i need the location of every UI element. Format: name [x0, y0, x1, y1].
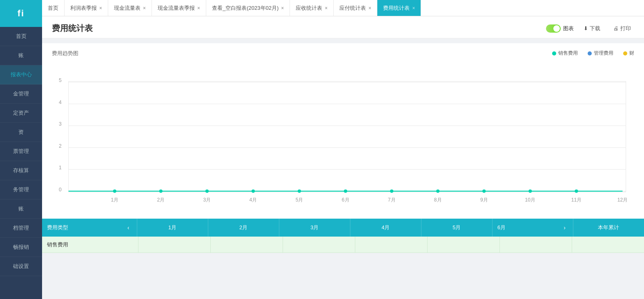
row-type: 销售费用	[42, 237, 138, 252]
svg-point-21	[482, 190, 486, 193]
svg-point-23	[575, 190, 578, 193]
row-m3	[283, 237, 355, 252]
table-header: 费用类型 ‹ 1月 2月 3月 4月 5月 6月 › 本年累计	[42, 219, 644, 237]
svg-text:10月: 10月	[525, 197, 536, 203]
chart-svg: 0 1 2 3 4 5	[52, 61, 634, 212]
svg-text:5月: 5月	[296, 197, 303, 203]
tab-blank-report[interactable]: 查看_空白报表(2023年02月) ×	[206, 0, 290, 16]
svg-text:6月: 6月	[342, 197, 350, 203]
tab-close-expense-stat[interactable]: ×	[412, 5, 415, 11]
prev-arrow[interactable]: ‹	[125, 224, 132, 232]
tab-payable[interactable]: 应付统计表 ×	[334, 0, 377, 16]
tab-cashflow[interactable]: 现金流量表 ×	[108, 0, 152, 16]
legend-dot-finance	[623, 51, 627, 55]
svg-text:8月: 8月	[434, 197, 442, 203]
sidebar-item-salary[interactable]: 资	[0, 123, 42, 142]
svg-rect-12	[69, 81, 626, 192]
chart-legend: 销售费用 管理费用 财	[552, 50, 634, 57]
tab-close-receivable[interactable]: ×	[325, 5, 328, 11]
svg-point-20	[436, 190, 439, 193]
legend-management: 管理费用	[588, 50, 613, 57]
chart-title: 费用趋势图	[52, 50, 78, 57]
svg-text:5: 5	[59, 78, 62, 83]
next-arrow[interactable]: ›	[561, 224, 568, 232]
content-area: 费用统计表 图表 ⬇ 下载 🖨 打印	[42, 16, 644, 299]
sidebar-item-service[interactable]: 务管理	[0, 180, 42, 199]
sidebar-logo: fi	[0, 0, 42, 27]
sidebar: fi 首页 账 报表中心 金管理 定资产 资 票管理 存核算 务管理 账 档管理…	[0, 0, 42, 299]
tab-close-blank-report[interactable]: ×	[281, 5, 284, 11]
svg-point-15	[205, 190, 209, 193]
svg-point-13	[113, 190, 116, 193]
col-header-m5: 5月	[421, 219, 492, 237]
chart-toggle[interactable]: 图表	[546, 24, 574, 33]
tab-expense-stat[interactable]: 费用统计表 ×	[377, 0, 421, 16]
tab-cashflow-q[interactable]: 现金流量表季报 ×	[152, 0, 206, 16]
main-area: 首页 利润表季报 × 现金流量表 × 现金流量表季报 × 查看_空白报表(202…	[42, 0, 644, 299]
svg-text:11月: 11月	[571, 197, 582, 203]
sidebar-item-archive[interactable]: 档管理	[0, 219, 42, 238]
svg-text:1月: 1月	[111, 197, 118, 203]
legend-sales: 销售费用	[552, 50, 578, 57]
svg-text:1: 1	[59, 165, 62, 171]
download-button[interactable]: ⬇ 下载	[580, 23, 604, 34]
sidebar-item-inventory[interactable]: 存核算	[0, 161, 42, 180]
tab-receivable[interactable]: 应收统计表 ×	[290, 0, 334, 16]
toggle-track[interactable]	[546, 24, 561, 33]
svg-text:3月: 3月	[203, 197, 211, 203]
sidebar-item-ledger[interactable]: 账	[0, 199, 42, 219]
chart-section: 费用趋势图 销售费用 管理费用 财	[42, 43, 644, 219]
col-header-m6: 6月 ›	[492, 219, 573, 237]
table-section: 费用类型 ‹ 1月 2月 3月 4月 5月 6月 › 本年累计 销售费用	[42, 219, 644, 253]
row-m5	[428, 237, 500, 252]
row-ytd	[572, 237, 644, 252]
page-title: 费用统计表	[52, 23, 93, 34]
print-icon: 🖨	[613, 25, 619, 31]
col-header-m2: 2月	[208, 219, 279, 237]
svg-text:2月: 2月	[157, 197, 165, 203]
sidebar-item-home[interactable]: 首页	[0, 27, 42, 46]
svg-point-22	[528, 190, 532, 193]
tab-close-cashflow-q[interactable]: ×	[197, 5, 200, 11]
legend-finance: 财	[623, 50, 634, 57]
svg-point-17	[298, 190, 301, 193]
col-header-m1: 1月	[137, 219, 208, 237]
svg-text:7月: 7月	[388, 197, 396, 203]
row-m1	[138, 237, 211, 252]
chart-container: 0 1 2 3 4 5	[52, 61, 634, 212]
sidebar-item-account[interactable]: 账	[0, 46, 42, 65]
sidebar-item-invoice[interactable]: 票管理	[0, 142, 42, 161]
row-m6	[500, 237, 572, 252]
legend-dot-management	[588, 51, 592, 55]
tab-close-profit[interactable]: ×	[99, 5, 102, 11]
svg-text:2: 2	[59, 143, 62, 149]
svg-text:4: 4	[59, 100, 62, 105]
sidebar-item-cashier[interactable]: 金管理	[0, 84, 42, 104]
tab-profit[interactable]: 利润表季报 ×	[65, 0, 108, 16]
header-actions: 图表 ⬇ 下载 🖨 打印	[546, 23, 634, 34]
row-m2	[211, 237, 283, 252]
svg-point-18	[344, 190, 347, 193]
svg-text:0: 0	[59, 187, 62, 193]
toggle-label: 图表	[563, 25, 574, 32]
tab-close-cashflow[interactable]: ×	[143, 5, 146, 11]
toggle-thumb	[553, 25, 560, 32]
sidebar-item-report[interactable]: 报表中心	[0, 65, 42, 84]
sidebar-item-settings[interactable]: 础设置	[0, 257, 42, 276]
tab-home[interactable]: 首页	[42, 0, 65, 16]
tab-bar: 首页 利润表季报 × 现金流量表 × 现金流量表季报 × 查看_空白报表(202…	[42, 0, 644, 16]
svg-point-14	[159, 190, 163, 193]
page-header: 费用统计表 图表 ⬇ 下载 🖨 打印	[42, 16, 644, 38]
col-header-m3: 3月	[279, 219, 350, 237]
sidebar-item-expense[interactable]: 畅报销	[0, 238, 42, 257]
col-header-ytd: 本年累计	[573, 219, 644, 237]
col-header-m4: 4月	[350, 219, 421, 237]
tab-close-payable[interactable]: ×	[368, 5, 371, 11]
col-header-type: 费用类型 ‹	[42, 219, 137, 237]
print-button[interactable]: 🖨 打印	[610, 23, 634, 34]
sidebar-item-fixed-assets[interactable]: 定资产	[0, 104, 42, 123]
svg-point-16	[252, 190, 255, 193]
table-row: 销售费用	[42, 237, 644, 253]
svg-point-19	[390, 190, 393, 193]
svg-text:4月: 4月	[250, 197, 257, 203]
